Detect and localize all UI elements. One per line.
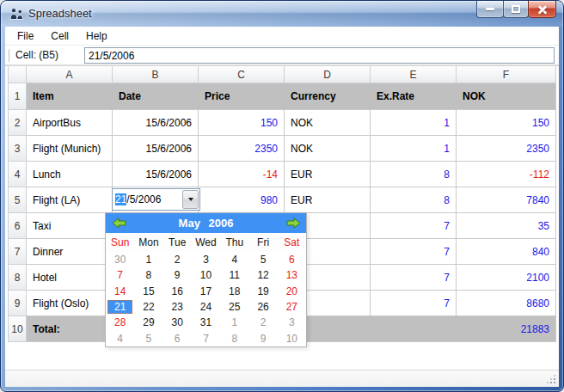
cell-A1[interactable]: Item <box>27 83 113 110</box>
calendar-day-w3-16[interactable]: 16 <box>163 284 192 299</box>
calendar-day-w6-7[interactable]: 7 <box>192 331 220 346</box>
cell-E3[interactable]: 1 <box>371 136 457 162</box>
cell-D1[interactable]: Currency <box>285 83 371 110</box>
cell-C1[interactable]: Price <box>199 83 285 110</box>
column-header-D[interactable]: D <box>285 66 371 83</box>
calendar-day-w2-11[interactable]: 11 <box>220 267 248 283</box>
row-header-2[interactable]: 2 <box>8 110 27 136</box>
date-dropdown-button[interactable] <box>182 190 199 209</box>
calendar-day-w1-6[interactable]: 6 <box>278 252 306 267</box>
column-header-C[interactable]: C <box>199 66 285 83</box>
cell-A7[interactable]: Dinner <box>27 239 113 265</box>
column-header-B[interactable]: B <box>113 66 199 83</box>
cell-F6[interactable]: 35 <box>457 213 556 239</box>
cell-F8[interactable]: 2100 <box>457 265 556 291</box>
cell-A5[interactable]: Flight (LA) <box>27 187 113 213</box>
calendar-day-w3-19[interactable]: 19 <box>248 284 277 299</box>
previous-month-button[interactable] <box>111 217 126 230</box>
cell-F4[interactable]: -112 <box>457 162 556 187</box>
calendar-day-w5-2[interactable]: 2 <box>248 315 277 330</box>
cell-C2[interactable]: 150 <box>199 110 285 136</box>
calendar-day-w6-10[interactable]: 10 <box>278 331 306 346</box>
calendar-day-w4-26[interactable]: 26 <box>248 299 277 315</box>
row-header-9[interactable]: 9 <box>8 291 27 316</box>
cell-E10[interactable] <box>371 316 457 342</box>
calendar-day-w3-18[interactable]: 18 <box>220 284 248 299</box>
calendar-day-w5-28[interactable]: 28 <box>106 315 134 330</box>
cell-D5[interactable]: EUR <box>285 187 371 213</box>
cell-E2[interactable]: 1 <box>371 110 457 136</box>
calendar-day-w1-30[interactable]: 30 <box>106 252 134 267</box>
cell-C3[interactable]: 2350 <box>199 136 285 162</box>
cell-A4[interactable]: Lunch <box>27 162 113 187</box>
cell-B4[interactable]: 15/6/2006 <box>113 162 199 187</box>
calendar-day-w2-7[interactable]: 7 <box>106 267 134 283</box>
calendar-day-w5-29[interactable]: 29 <box>134 315 162 330</box>
row-header-4[interactable]: 4 <box>8 162 27 187</box>
cell-C4[interactable]: -14 <box>199 162 285 187</box>
cell-A3[interactable]: Flight (Munich) <box>27 136 113 162</box>
cell-D4[interactable]: EUR <box>285 162 371 187</box>
calendar-day-w2-8[interactable]: 8 <box>134 267 162 283</box>
column-header-F[interactable]: F <box>457 66 556 83</box>
cell-F3[interactable]: 2350 <box>457 136 556 162</box>
calendar-day-w1-2[interactable]: 2 <box>163 252 192 267</box>
calendar-day-w2-10[interactable]: 10 <box>192 267 220 283</box>
cell-E9[interactable]: 7 <box>371 291 457 316</box>
calendar-day-w6-6[interactable]: 6 <box>163 331 192 346</box>
calendar-day-w6-8[interactable]: 8 <box>220 331 248 346</box>
select-all-corner[interactable] <box>8 66 27 83</box>
calendar-day-w5-31[interactable]: 31 <box>192 315 220 330</box>
calendar-day-w6-5[interactable]: 5 <box>134 331 162 346</box>
column-header-E[interactable]: E <box>371 66 457 83</box>
cell-E6[interactable]: 7 <box>371 213 457 239</box>
calendar-day-w1-1[interactable]: 1 <box>134 252 162 267</box>
calendar-day-w6-9[interactable]: 9 <box>248 331 277 346</box>
row-header-3[interactable]: 3 <box>8 136 27 162</box>
row-header-5[interactable]: 5 <box>8 187 27 213</box>
row-header-6[interactable]: 6 <box>8 213 27 239</box>
cell-A8[interactable]: Hotel <box>27 265 113 291</box>
cell-E1[interactable]: Ex.Rate <box>371 83 457 110</box>
row-header-7[interactable]: 7 <box>8 239 27 265</box>
next-month-button[interactable] <box>285 217 301 230</box>
row-header-8[interactable]: 8 <box>8 265 27 291</box>
cell-A9[interactable]: Flight (Oslo) <box>27 291 113 316</box>
calendar-day-w1-3[interactable]: 3 <box>192 252 220 267</box>
cell-C5[interactable]: 980 <box>199 187 285 213</box>
calendar-day-w4-21[interactable]: 21 <box>107 300 132 314</box>
calendar-day-w1-4[interactable]: 4 <box>220 252 248 267</box>
maximize-button[interactable] <box>503 1 529 18</box>
calendar-day-w4-27[interactable]: 27 <box>278 299 306 315</box>
resize-grip[interactable] <box>554 382 555 383</box>
calendar-day-w5-30[interactable]: 30 <box>163 315 192 330</box>
calendar-day-w4-22[interactable]: 22 <box>134 299 162 315</box>
row-header-10[interactable]: 10 <box>8 316 27 342</box>
calendar-day-w2-9[interactable]: 9 <box>163 267 192 283</box>
cell-E4[interactable]: 8 <box>371 162 457 187</box>
minimize-button[interactable] <box>476 1 504 18</box>
calendar-day-w1-5[interactable]: 5 <box>248 252 277 267</box>
cell-E8[interactable]: 7 <box>371 265 457 291</box>
menu-file[interactable]: File <box>9 28 42 45</box>
calendar-day-w3-14[interactable]: 14 <box>106 284 134 299</box>
calendar-day-w4-23[interactable]: 23 <box>163 299 192 315</box>
calendar-day-w5-3[interactable]: 3 <box>278 315 306 330</box>
row-header-1[interactable]: 1 <box>8 83 27 110</box>
menu-help[interactable]: Help <box>77 28 116 45</box>
menu-cell[interactable]: Cell <box>42 28 77 45</box>
cell-D3[interactable]: NOK <box>285 136 371 162</box>
calendar-day-w3-17[interactable]: 17 <box>192 284 220 299</box>
cell-F5[interactable]: 7840 <box>457 187 556 213</box>
calendar-day-w5-1[interactable]: 1 <box>220 315 248 330</box>
title-bar[interactable]: Spreadsheet <box>1 1 563 27</box>
cell-B2[interactable]: 15/6/2006 <box>113 110 199 136</box>
calendar-day-w2-13[interactable]: 13 <box>278 267 306 283</box>
cell-B1[interactable]: Date <box>113 83 199 110</box>
cell-A10[interactable]: Total: <box>27 316 113 342</box>
cell-A6[interactable]: Taxi <box>27 213 113 239</box>
calendar-day-w2-12[interactable]: 12 <box>248 267 277 283</box>
toolbar-grip[interactable] <box>9 49 11 62</box>
date-combobox[interactable]: 21/5/2006 <box>112 188 200 211</box>
cell-B3[interactable]: 15/6/2006 <box>113 136 199 162</box>
